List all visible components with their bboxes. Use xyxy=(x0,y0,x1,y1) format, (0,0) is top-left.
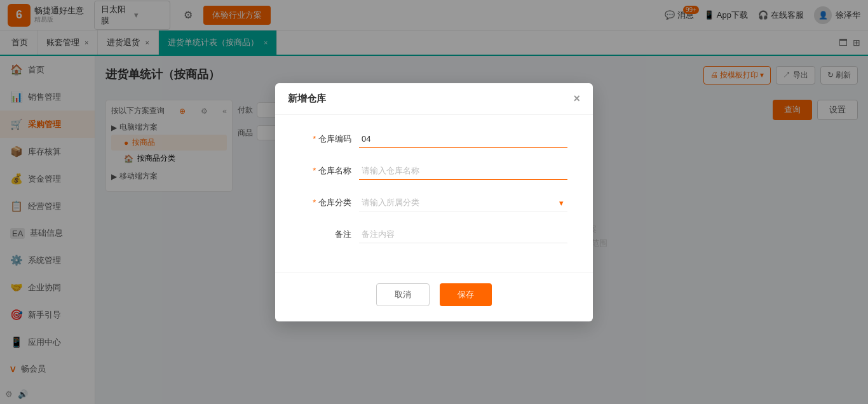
modal-close-button[interactable]: × xyxy=(573,92,580,105)
warehouse-code-input[interactable] xyxy=(359,130,567,148)
warehouse-remark-field: 备注 xyxy=(301,226,567,243)
cancel-button[interactable]: 取消 xyxy=(376,283,430,306)
warehouse-category-label: 仓库分类 xyxy=(301,197,351,208)
warehouse-category-field: 仓库分类 请输入所属分类 ▾ xyxy=(301,194,567,212)
modal-new-warehouse: 新增仓库 × 仓库编码 仓库名称 仓库分类 请输入所属分类 xyxy=(275,83,593,321)
warehouse-remark-input[interactable] xyxy=(359,226,567,243)
warehouse-code-field: 仓库编码 xyxy=(301,130,567,148)
modal-title: 新增仓库 xyxy=(288,93,326,105)
warehouse-name-input[interactable] xyxy=(359,162,567,180)
save-button[interactable]: 保存 xyxy=(440,283,492,306)
modal-footer: 取消 保存 xyxy=(275,273,593,321)
warehouse-code-label: 仓库编码 xyxy=(301,133,351,145)
modal-header: 新增仓库 × xyxy=(275,83,593,115)
warehouse-category-wrap: 请输入所属分类 ▾ xyxy=(359,194,567,212)
modal-overlay[interactable]: 新增仓库 × 仓库编码 仓库名称 仓库分类 请输入所属分类 xyxy=(0,0,868,404)
warehouse-remark-label: 备注 xyxy=(301,229,351,240)
warehouse-category-select[interactable]: 请输入所属分类 xyxy=(359,194,567,212)
warehouse-name-label: 仓库名称 xyxy=(301,165,351,177)
warehouse-name-field: 仓库名称 xyxy=(301,162,567,180)
modal-body: 仓库编码 仓库名称 仓库分类 请输入所属分类 ▾ 备注 xyxy=(275,115,593,273)
